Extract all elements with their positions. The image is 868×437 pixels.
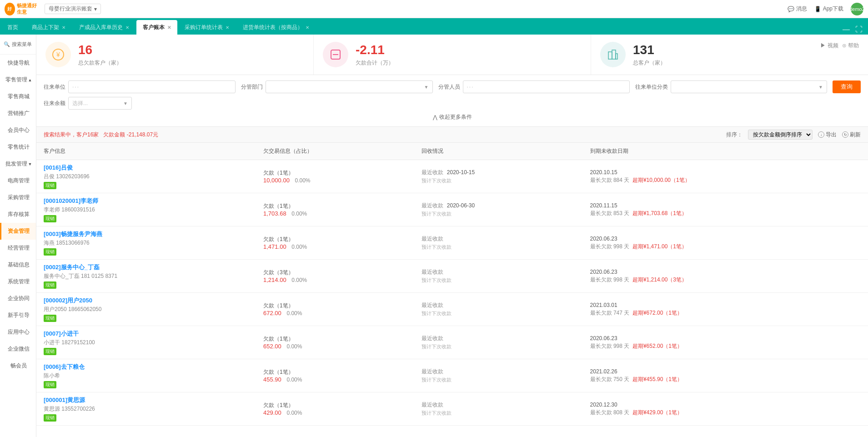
customer-name-3[interactable]: [0002]服务中心_丁磊 (44, 264, 100, 271)
table-row: [0007]小进干 小进干 18279152100 现销 欠款（1笔） 652.… (36, 326, 868, 359)
filter-input-from-unit[interactable]: ··· (68, 80, 236, 93)
table-row: [000001]黄思源 黄思源 13552700226 现销 欠款（1笔） 42… (36, 392, 868, 426)
overdue-link-6[interactable]: 超期¥455.90（1笔） (632, 376, 682, 382)
overdue-link-5[interactable]: 超期¥652.00（1笔） (632, 343, 682, 349)
tab-close-icon[interactable]: ✕ (167, 25, 171, 30)
sidebar-item-newbie[interactable]: 新手引导 (0, 307, 36, 324)
filter-select-dept[interactable]: ▼ (266, 80, 433, 93)
tab-instock-stats[interactable]: 进货单统计表（按商品） ✕ (236, 20, 316, 35)
help-action[interactable]: ⊙ 帮助 (842, 42, 859, 50)
video-action[interactable]: ▶ 视频 (820, 42, 838, 50)
overdue-link-3[interactable]: 超期¥1,214.00（3笔） (632, 276, 687, 283)
filter-input-manager[interactable]: ··· (463, 80, 630, 93)
tab-close-icon[interactable]: ✕ (125, 25, 129, 30)
tab-purchase-order[interactable]: 采购订单统计表 ✕ (178, 20, 236, 35)
sidebar-item-finance[interactable]: 资金管理 (0, 223, 36, 240)
store-name: 母婴行业演示账套 (49, 5, 92, 13)
sidebar-item-corp-collab[interactable]: 企业协同 (0, 290, 36, 307)
customer-badge-6: 现销 (44, 381, 56, 388)
store-selector[interactable]: 母婴行业演示账套 ▾ (45, 4, 101, 14)
debt-amount-5[interactable]: 652.00 (263, 343, 281, 350)
tab-maximize-icon[interactable]: ⛶ (853, 25, 864, 35)
sidebar-item-purchase[interactable]: 采购管理 (0, 189, 36, 206)
refresh-action[interactable]: ↻ 刷新 (842, 131, 861, 139)
help-icon: ⊙ (842, 42, 847, 49)
tab-customer-account[interactable]: 客户账本 ✕ (136, 20, 177, 35)
export-icon: ↓ (818, 131, 824, 138)
sidebar-item-operations[interactable]: 经营管理 (0, 240, 36, 256)
filter-select-balance[interactable]: 选择... ▼ (68, 97, 132, 110)
sidebar-item-app-center[interactable]: 应用中心 (0, 324, 36, 341)
td-debt-1: 欠款（1笔） 1,703.68 0.00% (256, 193, 414, 226)
sidebar-item-batch-mgmt[interactable]: 批发管理 ▼ (0, 156, 36, 172)
table-row: [0002]服务中心_丁磊 服务中心_丁磊 181 0125 8371 现销 欠… (36, 260, 868, 293)
td-overdue-7: 2020.12.30 最长欠款 808 天 超期¥429.00（1笔） (583, 392, 868, 426)
sidebar-item-retail-stats[interactable]: 零售统计 (0, 139, 36, 156)
sidebar-item-vip-member[interactable]: 畅会员 (0, 357, 36, 374)
debt-amount-3[interactable]: 1,214.00 (263, 276, 286, 283)
tab-close-icon[interactable]: ✕ (62, 25, 65, 30)
overdue-link-2[interactable]: 超期¥1,471.00（1笔） (632, 243, 687, 250)
customer-name-6[interactable]: [0006]去下粮仓 (44, 363, 85, 370)
customer-name-4[interactable]: [000002]用户2050 (44, 297, 92, 304)
customer-name-2[interactable]: [0003]畅捷服务尹海燕 (44, 231, 102, 237)
export-action[interactable]: ↓ 导出 (818, 131, 837, 139)
tab-close-icon[interactable]: ✕ (226, 25, 229, 30)
debt-label-3: 欠款（3笔） (263, 269, 407, 276)
sidebar-item-marketing[interactable]: 营销推广 (0, 105, 36, 122)
overdue-link-4[interactable]: 超期¥672.00（1笔） (632, 310, 682, 316)
tab-purchase-order-label: 采购订单统计表 (185, 24, 223, 31)
tab-close-icon[interactable]: ✕ (306, 25, 309, 30)
td-customer-0: [0016]吕俊 吕俊 13026203696 现销 (36, 160, 256, 193)
customer-name-7[interactable]: [000001]黄思源 (44, 397, 85, 403)
sort-select[interactable]: 按欠款金额倒序排序 (748, 130, 813, 140)
overdue-days-4: 最长欠款 747 天 超期¥672.00（1笔） (590, 309, 861, 317)
top-bar-right: 💬 消息 📱 App下载 demo2 (788, 3, 863, 15)
tab-produce-instock[interactable]: 产成品入库单历史 ✕ (73, 20, 135, 35)
sidebar-item-purchase-label: 采购管理 (8, 194, 30, 201)
overdue-link-0[interactable]: 超期¥10,000.00（1笔） (632, 177, 690, 183)
sidebar-item-quick-nav[interactable]: 快捷导航 (0, 55, 36, 71)
stat-info-2: -2.11 欠款合计（万） (356, 43, 582, 67)
customer-sub-1: 李老师 18600391516 (44, 206, 249, 214)
sidebar-item-inventory[interactable]: 库存核算 (0, 206, 36, 223)
sidebar-item-enterprise-wx[interactable]: 企业微信 (0, 341, 36, 357)
sidebar-item-system[interactable]: 系统管理 (0, 273, 36, 290)
debt-amount-4[interactable]: 672.00 (263, 310, 281, 316)
td-overdue-5: 2020.06.23 最长欠款 998 天 超期¥652.00（1笔） (583, 326, 868, 359)
sidebar-item-retail-mgmt[interactable]: 零售管理 ▲ (0, 71, 36, 88)
customer-name-5[interactable]: [0007]小进干 (44, 330, 79, 337)
sidebar-item-retail-mall[interactable]: 零售商城 (0, 88, 36, 105)
collapse-row[interactable]: ⋀ 收起更多条件 (44, 113, 861, 121)
message-action[interactable]: 💬 消息 (788, 5, 807, 13)
debt-amount-1[interactable]: 1,703.68 (263, 210, 286, 217)
overdue-link-7[interactable]: 超期¥429.00（1笔） (632, 409, 682, 416)
logo-area: 好 畅捷通好生意 (5, 3, 41, 15)
sidebar-item-member-center[interactable]: 会员中心 (0, 122, 36, 139)
debt-amount-7[interactable]: 429.00 (263, 409, 281, 416)
collection-next-6: 预计下次收款 (421, 377, 575, 383)
app-download-action[interactable]: 📱 App下载 (814, 5, 843, 13)
customer-name-0[interactable]: [0016]吕俊 (44, 164, 73, 171)
td-collection-5: 最近收款 预计下次收款 (414, 326, 582, 359)
stat-label-3: 总客户（家） (633, 59, 813, 67)
debt-label-4: 欠款（1笔） (263, 302, 407, 310)
debt-amount-2[interactable]: 1,471.00 (263, 243, 286, 250)
customer-name-1[interactable]: [0001020001]李老师 (44, 197, 98, 204)
sidebar-search[interactable]: 🔍 搜索菜单 (0, 38, 36, 50)
sidebar-item-ecommerce[interactable]: 电商管理 (0, 172, 36, 189)
avatar[interactable]: demo2 (851, 3, 863, 15)
td-debt-2: 欠款（1笔） 1,471.00 0.00% (256, 226, 414, 260)
filter-select-unit-class[interactable]: ▼ (671, 80, 827, 93)
sidebar-item-basic-info[interactable]: 基础信息 (0, 256, 36, 273)
search-button[interactable]: 查询 (833, 80, 861, 93)
overdue-link-1[interactable]: 超期¥1,703.68（1笔） (632, 210, 687, 216)
debt-amount-0[interactable]: 10,000.00 (263, 177, 290, 184)
tab-home[interactable]: 首页 (1, 20, 25, 35)
svg-rect-5 (612, 50, 616, 59)
tab-minimize-icon[interactable]: — (841, 25, 852, 35)
table-container: 客户信息 欠交易信息（占比） 回收情况 到期未收款日期 [0016]吕俊 吕俊 … (36, 143, 868, 437)
tab-product-offshelf[interactable]: 商品上下架 ✕ (25, 20, 72, 35)
debt-amount-6[interactable]: 455.90 (263, 376, 281, 383)
td-customer-2: [0003]畅捷服务尹海燕 海燕 18513066976 现销 (36, 226, 256, 260)
